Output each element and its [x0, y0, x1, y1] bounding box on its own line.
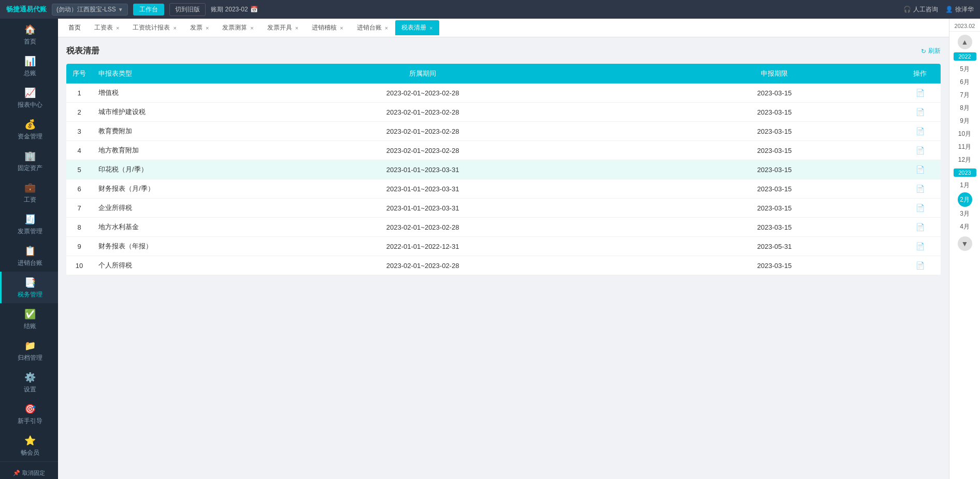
tab-bar: 首页工资表×工资统计报表×发票×发票测算×发票开具×进销稽核×进销台账×税表清册… [58, 19, 949, 37]
sidebar-item-guide[interactable]: 🎯新手引导 [0, 398, 58, 430]
cell-action-3[interactable]: 📄 [899, 141, 941, 160]
tab-purchase-ledger[interactable]: 进销台账× [351, 20, 394, 35]
user-profile[interactable]: 👤 徐泽华 [945, 5, 974, 14]
refresh-button[interactable]: ↻ 刷新 [921, 47, 941, 55]
tab-close-payroll[interactable]: × [116, 25, 119, 31]
tab-tax-register[interactable]: 税表清册× [395, 20, 439, 35]
month-2023-2月[interactable]: 2月 [958, 192, 972, 207]
workbench-button[interactable]: 工作台 [133, 4, 164, 16]
sidebar-item-payroll[interactable]: 💼工资 [0, 177, 58, 208]
action-icon-6[interactable]: 📄 [916, 204, 925, 212]
sidebar-label-tax: 税务管理 [18, 290, 42, 299]
cell-period-8: 2022-01-01~2022-12-31 [196, 237, 650, 256]
tab-label-invoice: 发票 [190, 23, 203, 32]
right-panel: 2023.02 ▲20225月6月7月8月9月10月11月12月20231月2月… [949, 19, 980, 479]
unpin-button[interactable]: 📌 取消固定 [0, 466, 58, 479]
tab-invoice[interactable]: 发票× [184, 20, 215, 35]
cell-action-1[interactable]: 📄 [899, 103, 941, 122]
sidebar-item-funds[interactable]: 💰资金管理 [0, 114, 58, 145]
month-2022-9月[interactable]: 9月 [954, 115, 976, 128]
month-2023-4月[interactable]: 4月 [954, 220, 976, 233]
month-2022-6月[interactable]: 6月 [954, 76, 976, 89]
month-2022-10月[interactable]: 10月 [954, 128, 976, 140]
sidebar-item-settings[interactable]: ⚙️设置 [0, 367, 58, 398]
tab-payroll[interactable]: 工资表× [88, 20, 125, 35]
cell-action-9[interactable]: 📄 [899, 256, 941, 275]
table-row: 6 财务报表（月/季） 2023-01-01~2023-03-31 2023-0… [66, 179, 941, 199]
calendar-icon[interactable]: 📅 [250, 6, 258, 13]
cell-action-6[interactable]: 📄 [899, 199, 941, 218]
tab-close-purchase-ledger[interactable]: × [385, 25, 388, 31]
sidebar-item-reports[interactable]: 📈报表中心 [0, 82, 58, 114]
sidebar-item-invoices[interactable]: 🧾发票管理 [0, 208, 58, 240]
cell-deadline-9: 2023-03-15 [650, 256, 899, 275]
tab-invoice-open[interactable]: 发票开具× [261, 20, 305, 35]
cell-action-5[interactable]: 📄 [899, 179, 941, 199]
cell-deadline-0: 2023-03-15 [650, 83, 899, 103]
cell-action-4[interactable]: 📄 [899, 160, 941, 179]
tab-close-invoice[interactable]: × [206, 25, 209, 31]
company-selector[interactable]: (勿动）江西股宝-LSS ▼ [52, 4, 128, 16]
user-service[interactable]: 🎧 人工咨询 [903, 5, 938, 14]
purchase-icon: 📋 [24, 245, 36, 257]
year-label-2022[interactable]: 2022 [954, 52, 976, 61]
cell-type-6: 企业所得税 [92, 199, 196, 218]
action-icon-4[interactable]: 📄 [916, 165, 925, 174]
year-label-2023[interactable]: 2023 [954, 168, 976, 177]
tab-close-invoice-open[interactable]: × [295, 25, 298, 31]
action-icon-2[interactable]: 📄 [916, 127, 925, 135]
sidebar-item-ledger[interactable]: 📊总账 [0, 50, 58, 82]
cell-seq-7: 8 [66, 218, 92, 237]
month-2022-12月[interactable]: 12月 [954, 153, 976, 166]
action-icon-1[interactable]: 📄 [916, 108, 925, 116]
action-icon-7[interactable]: 📄 [916, 223, 925, 231]
sidebar-label-funds: 资金管理 [18, 132, 42, 141]
sidebar-item-purchase[interactable]: 📋进销台账 [0, 240, 58, 272]
switch-old-button[interactable]: 切到旧版 [169, 3, 206, 16]
refresh-icon: ↻ [921, 48, 926, 55]
scroll-down-button[interactable]: ▼ [958, 236, 972, 251]
cell-type-9: 个人所得税 [92, 256, 196, 275]
sidebar-item-tax[interactable]: 📑税务管理 [0, 272, 58, 303]
tab-close-invoice-check[interactable]: × [250, 25, 253, 31]
cell-action-0[interactable]: 📄 [899, 83, 941, 103]
tab-purchase-check[interactable]: 进销稽核× [306, 20, 349, 35]
cell-deadline-8: 2023-05-31 [650, 237, 899, 256]
cell-action-2[interactable]: 📄 [899, 122, 941, 141]
headset-icon: 🎧 [903, 6, 911, 13]
scroll-up-button[interactable]: ▲ [958, 35, 972, 49]
action-icon-0[interactable]: 📄 [916, 89, 925, 97]
sidebar-item-closing[interactable]: ✅结账 [0, 303, 58, 335]
cell-type-5: 财务报表（月/季） [92, 179, 196, 199]
action-icon-8[interactable]: 📄 [916, 242, 925, 250]
table-row: 7 企业所得税 2023-01-01~2023-03-31 2023-03-15… [66, 199, 941, 218]
chevron-down-icon: ▼ [118, 7, 123, 12]
sidebar: 🏠首页📊总账📈报表中心💰资金管理🏢固定资产💼工资🧾发票管理📋进销台账📑税务管理✅… [0, 19, 58, 479]
tab-home[interactable]: 首页 [62, 20, 87, 35]
tab-invoice-check[interactable]: 发票测算× [216, 20, 260, 35]
tab-close-purchase-check[interactable]: × [340, 25, 343, 31]
month-2023-3月[interactable]: 3月 [954, 207, 976, 220]
cell-action-8[interactable]: 📄 [899, 237, 941, 256]
tab-payroll-stats[interactable]: 工资统计报表× [126, 20, 182, 35]
month-2022-8月[interactable]: 8月 [954, 102, 976, 115]
table-header-row: 序号 申报表类型 所属期间 申报期限 操作 [66, 64, 941, 83]
action-icon-5[interactable]: 📄 [916, 185, 925, 193]
top-bar-right: 🎧 人工咨询 👤 徐泽华 [903, 5, 974, 14]
cell-action-7[interactable]: 📄 [899, 218, 941, 237]
sidebar-item-home[interactable]: 🏠首页 [0, 19, 58, 50]
month-2022-5月[interactable]: 5月 [954, 63, 976, 76]
month-2022-7月[interactable]: 7月 [954, 89, 976, 102]
month-2023-1月[interactable]: 1月 [954, 179, 976, 192]
cell-seq-8: 9 [66, 237, 92, 256]
action-icon-9[interactable]: 📄 [916, 261, 925, 270]
sidebar-label-assets: 固定资产 [18, 164, 42, 173]
sidebar-item-archive[interactable]: 📁归档管理 [0, 335, 58, 367]
action-icon-3[interactable]: 📄 [916, 146, 925, 154]
sidebar-item-member[interactable]: ⭐畅会员 [0, 430, 58, 461]
sidebar-item-assets[interactable]: 🏢固定资产 [0, 145, 58, 177]
month-2022-11月[interactable]: 11月 [954, 140, 976, 153]
tab-close-payroll-stats[interactable]: × [173, 25, 176, 31]
table-row: 4 地方教育附加 2023-02-01~2023-02-28 2023-03-1… [66, 141, 941, 160]
tab-close-tax-register[interactable]: × [429, 25, 433, 31]
